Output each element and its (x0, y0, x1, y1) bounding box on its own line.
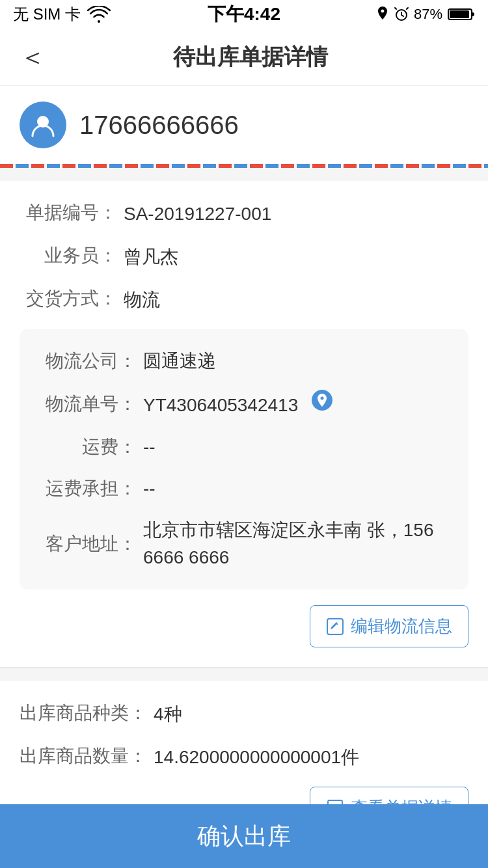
salesperson-row: 业务员： 曾凡杰 (20, 243, 468, 271)
user-card: 17666666666 (0, 86, 488, 164)
dashed-divider (0, 164, 488, 168)
person-icon (29, 111, 57, 139)
delivery-label: 交货方式： (20, 286, 124, 311)
logistics-company-value: 圆通速递 (143, 347, 449, 375)
document-info-section: 单据编号： SA-20191227-001 业务员： 曾凡杰 交货方式： 物流 … (0, 181, 488, 667)
goods-quantity-value: 14.62000000000000​01件 (154, 744, 468, 771)
logistics-tracking-row: 物流单号： YT43064053424​13 (39, 389, 449, 419)
tracking-location-icon[interactable] (311, 389, 333, 411)
back-button[interactable]: ＜ (20, 39, 46, 75)
status-left: 无 SIM 卡 (13, 4, 111, 25)
doc-number-label: 单据编号： (20, 200, 124, 225)
logistics-freightpay-value: -- (143, 475, 449, 502)
logistics-company-row: 物流公司： 圆通速递 (39, 347, 449, 375)
carrier-label: 无 SIM 卡 (13, 4, 81, 25)
alarm-icon (394, 7, 409, 22)
logistics-address-value: 北京市市辖区海淀区永丰南 张，156 6666 6666 (143, 517, 449, 571)
svg-rect-2 (450, 10, 469, 18)
salesperson-value: 曾凡杰 (124, 243, 468, 271)
edit-icon (326, 617, 344, 636)
main-content: 17666666666 单据编号： SA-20191227-001 业务员： 曾… (0, 86, 488, 868)
edit-btn-row: 编辑物流信息 (20, 605, 468, 647)
goods-types-label: 出库商品种类： (20, 701, 154, 726)
logistics-freightpay-row: 运费承担： -- (39, 475, 449, 502)
logistics-tracking-label: 物流单号： (39, 392, 143, 416)
status-right: 87% (376, 6, 475, 23)
battery-icon (448, 7, 475, 21)
status-time: 下午4:42 (208, 2, 280, 27)
edit-logistics-button[interactable]: 编辑物流信息 (310, 605, 468, 647)
logistics-company-label: 物流公司： (39, 349, 143, 373)
delivery-value: 物流 (124, 286, 468, 314)
status-bar: 无 SIM 卡 下午4:42 87% (0, 0, 488, 29)
logistics-freight-row: 运费： -- (39, 433, 449, 461)
svg-rect-5 (327, 619, 343, 634)
bottom-area: 确认出库 (0, 804, 488, 868)
logistics-address-label: 客户地址： (39, 532, 143, 556)
confirm-label: 确认出库 (197, 821, 291, 852)
nav-bar: ＜ 待出库单据详情 (0, 29, 488, 86)
logistics-tracking-value: YT43064053424​13 (143, 389, 449, 419)
wifi-icon (87, 6, 111, 23)
logistics-freightpay-label: 运费承担： (39, 476, 143, 501)
doc-number-row: 单据编号： SA-20191227-001 (20, 200, 468, 228)
battery-label: 87% (414, 6, 442, 23)
logistics-freight-value: -- (143, 433, 449, 461)
user-phone: 17666666666 (79, 111, 239, 140)
doc-number-value: SA-20191227-001 (124, 200, 468, 228)
logistics-address-row: 客户地址： 北京市市辖区海淀区永丰南 张，156 6666 6666 (39, 517, 449, 571)
goods-quantity-label: 出库商品数量： (20, 744, 154, 768)
location-icon (376, 7, 389, 22)
delivery-row: 交货方式： 物流 (20, 286, 468, 314)
logistics-card: 物流公司： 圆通速递 物流单号： YT43064053424​13 运费： (20, 329, 468, 590)
goods-types-value: 4种 (154, 701, 468, 728)
page-title: 待出库单据详情 (59, 42, 442, 72)
goods-quantity-row: 出库商品数量： 14.62000000000000​01件 (20, 744, 468, 771)
section-divider (0, 667, 488, 668)
confirm-button[interactable]: 确认出库 (0, 804, 488, 868)
user-avatar (20, 102, 66, 148)
edit-logistics-label: 编辑物流信息 (351, 615, 452, 638)
goods-types-row: 出库商品种类： 4种 (20, 701, 468, 728)
logistics-freight-label: 运费： (39, 435, 143, 459)
salesperson-label: 业务员： (20, 243, 124, 268)
